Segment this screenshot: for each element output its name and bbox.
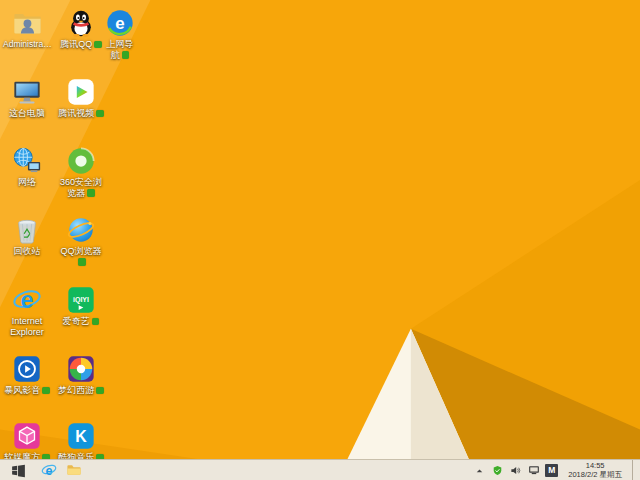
desktop-icon-360-secure-browser[interactable]: 360安全浏览器 bbox=[57, 146, 105, 198]
svg-text:K: K bbox=[75, 428, 87, 445]
icon-label: 网络 bbox=[3, 177, 51, 188]
svg-text:e: e bbox=[115, 14, 124, 33]
windows-logo-icon bbox=[11, 463, 26, 478]
icon-label: 360安全浏览器 bbox=[57, 177, 105, 198]
globe-network-icon bbox=[12, 146, 42, 176]
computer-monitor-icon bbox=[12, 77, 42, 107]
icon-label: QQ浏览器 bbox=[57, 246, 105, 267]
browser-e-icon: e bbox=[105, 8, 135, 38]
recommended-badge-icon bbox=[96, 110, 104, 118]
desktop-icon-iqiyi[interactable]: iQIYI 爱奇艺 bbox=[57, 285, 105, 327]
svg-text:e: e bbox=[45, 464, 52, 478]
green-browser-ring-icon bbox=[66, 146, 96, 176]
desktop-icon-administrator[interactable]: Administra… bbox=[3, 8, 51, 50]
play-triangle-icon bbox=[66, 77, 96, 107]
recommended-badge-icon bbox=[87, 189, 95, 197]
icon-label: 这台电脑 bbox=[3, 108, 51, 119]
icon-label: 回收站 bbox=[3, 246, 51, 257]
kugou-k-icon: K bbox=[66, 421, 96, 451]
media-player-icon bbox=[12, 354, 42, 384]
desktop-icon-menghuan-game[interactable]: 梦幻西游 bbox=[57, 354, 105, 396]
icon-label: Administra… bbox=[3, 39, 51, 50]
svg-text:e: e bbox=[20, 287, 33, 313]
planet-browser-icon bbox=[66, 215, 96, 245]
input-method-indicator[interactable]: M bbox=[545, 464, 558, 477]
icon-label: 梦幻西游 bbox=[57, 385, 105, 396]
hidden-icons-arrow-button[interactable] bbox=[473, 462, 486, 478]
recommended-badge-icon bbox=[96, 387, 104, 395]
security-tray-icon[interactable] bbox=[491, 462, 504, 478]
recycle-bin-icon bbox=[12, 215, 42, 245]
iqiyi-logo-icon: iQIYI bbox=[66, 285, 96, 315]
recommended-badge-icon bbox=[78, 258, 86, 266]
show-desktop-button[interactable] bbox=[632, 460, 638, 480]
desktop-icon-tencent-video[interactable]: 腾讯视频 bbox=[57, 77, 105, 119]
desktop-icon-this-pc[interactable]: 这台电脑 bbox=[3, 77, 51, 119]
svg-text:iQIYI: iQIYI bbox=[73, 296, 89, 304]
desktop-icon-web-navigation[interactable]: e 上网导航 bbox=[97, 8, 143, 60]
system-tray: M 14:55 2018/2/2 星期五 bbox=[473, 460, 640, 480]
cube-icon bbox=[12, 421, 42, 451]
desktop-icon-internet-explorer[interactable]: e Internet Explorer bbox=[3, 285, 51, 337]
icon-label: 上网导航 bbox=[105, 39, 135, 60]
volume-tray-icon[interactable] bbox=[509, 462, 522, 478]
icon-label: 爱奇艺 bbox=[57, 316, 105, 327]
network-monitor-icon bbox=[528, 464, 540, 476]
clock-time: 14:55 bbox=[568, 461, 622, 470]
icon-label: Internet Explorer bbox=[3, 316, 51, 337]
desktop-icon-storm-player[interactable]: 暴风影音 bbox=[3, 354, 51, 396]
desktop[interactable]: Administra… 腾讯QQ e 上网导航 bbox=[0, 0, 640, 480]
recommended-badge-icon bbox=[42, 387, 50, 395]
chevron-up-icon bbox=[474, 465, 485, 476]
clock[interactable]: 14:55 2018/2/2 星期五 bbox=[563, 461, 627, 479]
recommended-badge-icon bbox=[122, 51, 130, 59]
taskbar: e bbox=[0, 459, 640, 480]
user-folder-icon bbox=[12, 8, 42, 38]
shield-icon bbox=[492, 465, 503, 476]
taskbar-file-explorer-button[interactable] bbox=[61, 460, 86, 480]
ie-e-icon: e bbox=[41, 462, 57, 478]
start-button[interactable] bbox=[0, 460, 36, 480]
recommended-badge-icon bbox=[92, 318, 100, 326]
desktop-icon-network[interactable]: 网络 bbox=[3, 146, 51, 188]
network-tray-icon[interactable] bbox=[527, 462, 540, 478]
qq-penguin-icon bbox=[66, 8, 96, 38]
speaker-icon bbox=[510, 465, 521, 476]
game-tile-icon bbox=[66, 354, 96, 384]
ie-e-icon: e bbox=[12, 285, 42, 315]
taskbar-internet-explorer-button[interactable]: e bbox=[36, 460, 61, 480]
desktop-icon-kugou-music[interactable]: K 酷狗音乐 bbox=[57, 421, 105, 463]
icon-label: 腾讯视频 bbox=[57, 108, 105, 119]
clock-date: 2018/2/2 星期五 bbox=[568, 470, 622, 479]
desktop-icon-ruanmei-mofang[interactable]: 软媒魔方 bbox=[3, 421, 51, 463]
desktop-icon-recycle-bin[interactable]: 回收站 bbox=[3, 215, 51, 257]
icon-label: 暴风影音 bbox=[3, 385, 51, 396]
desktop-icon-qq-browser[interactable]: QQ浏览器 bbox=[57, 215, 105, 267]
folder-icon bbox=[66, 462, 82, 478]
